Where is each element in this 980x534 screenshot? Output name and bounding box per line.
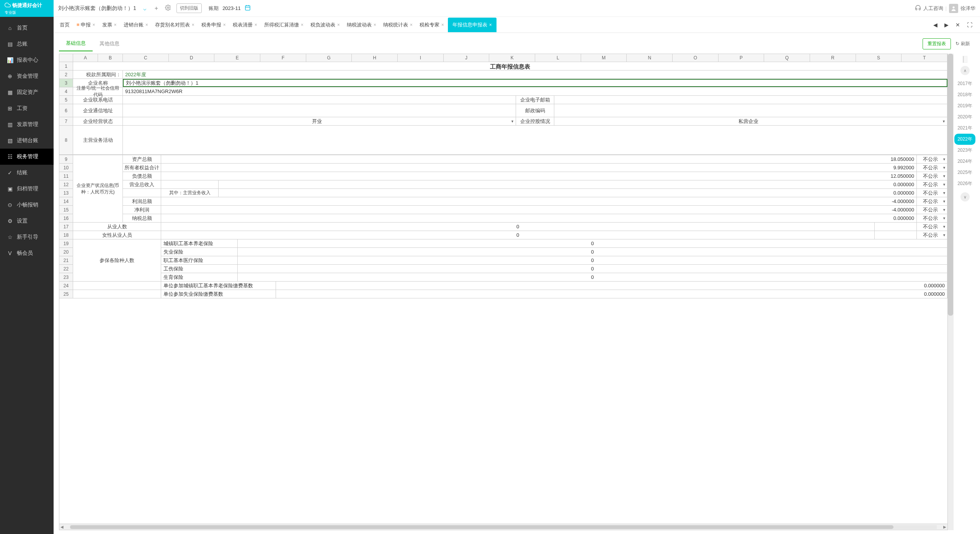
row-number[interactable]: 17	[59, 223, 73, 231]
sidebar-item-9[interactable]: ✓结账	[0, 165, 54, 181]
postal-input[interactable]	[554, 104, 947, 117]
sidebar-item-7[interactable]: ▧进销台账	[0, 133, 54, 149]
reset-report-button[interactable]: 重置报表	[923, 38, 951, 49]
fin-value[interactable]: 9.992000	[161, 164, 917, 172]
tab-close-icon[interactable]: ×	[410, 22, 413, 28]
col-header-C[interactable]: C	[123, 54, 169, 62]
tab-2[interactable]: 发票×	[99, 18, 120, 32]
tab-10[interactable]: 纳税统计表×	[380, 18, 416, 32]
row-number[interactable]: 9	[59, 155, 73, 164]
col-header-M[interactable]: M	[581, 54, 627, 62]
pub-select[interactable]: 不公示	[917, 172, 947, 180]
tab-5[interactable]: 税务申报×	[198, 18, 229, 32]
fin-value[interactable]: 18.050000	[161, 155, 917, 163]
pub-select[interactable]: 不公示	[917, 223, 947, 231]
sidebar-item-6[interactable]: ▥发票管理	[0, 116, 54, 133]
tab-6[interactable]: 税表清册×	[230, 18, 260, 32]
row-number[interactable]: 7	[59, 117, 73, 125]
tab-11[interactable]: 税检专家×	[416, 18, 447, 32]
fullscreen-icon[interactable]: ⛶	[964, 20, 975, 30]
year-2024年[interactable]: 2024年	[954, 156, 975, 167]
pub-select[interactable]: 不公示	[917, 214, 947, 222]
pub-select[interactable]: 不公示	[917, 164, 947, 172]
subtab-basic[interactable]: 基础信息	[59, 36, 93, 51]
row-number[interactable]: 14	[59, 197, 73, 206]
fin-value[interactable]: 0.000000	[161, 214, 917, 222]
row-number[interactable]: 6	[59, 104, 73, 117]
year-2022年[interactable]: 2022年	[954, 134, 975, 145]
status-select[interactable]: 开业	[123, 117, 516, 125]
tab-1[interactable]: ≡申报×	[74, 18, 98, 32]
settings-icon[interactable]	[163, 5, 173, 12]
avatar[interactable]	[949, 4, 958, 13]
sidebar-item-2[interactable]: 📊报表中心	[0, 52, 54, 68]
row-number[interactable]: 23	[59, 273, 73, 282]
sidebar-item-11[interactable]: ⊙小畅报销	[0, 197, 54, 213]
col-header-B[interactable]: B	[98, 54, 123, 62]
col-header-E[interactable]: E	[214, 54, 260, 62]
tab-close-icon[interactable]: ×	[93, 22, 95, 28]
base-row-value[interactable]: 0.000000	[276, 282, 947, 290]
calendar-icon[interactable]	[245, 5, 251, 12]
col-header-Q[interactable]: Q	[764, 54, 810, 62]
fin-value[interactable]: -4.000000	[161, 206, 917, 214]
row-number[interactable]: 20	[59, 248, 73, 256]
base-row-value[interactable]: 0.000000	[276, 290, 947, 298]
pub-select[interactable]: 不公示	[917, 180, 947, 188]
col-header-R[interactable]: R	[810, 54, 856, 62]
tab-close-icon[interactable]: ×	[337, 22, 340, 28]
col-header-T[interactable]: T	[902, 54, 947, 62]
row-number[interactable]: 3	[59, 79, 73, 87]
pub-select[interactable]: 不公示	[917, 231, 947, 239]
col-header-O[interactable]: O	[673, 54, 719, 62]
year-2019年[interactable]: 2019年	[954, 100, 975, 111]
row-number[interactable]: 12	[59, 180, 73, 189]
headset-icon[interactable]	[915, 5, 921, 12]
tab-12[interactable]: 年报信息申报表×	[448, 18, 497, 32]
sidebar-item-0[interactable]: ⌂首页	[0, 20, 54, 36]
year-2023年[interactable]: 2023年	[954, 145, 975, 156]
col-header-F[interactable]: F	[260, 54, 306, 62]
fin-sub-value[interactable]: 0.000000	[219, 189, 917, 197]
tab-3[interactable]: 进销台账×	[121, 18, 151, 32]
sidebar-item-3[interactable]: ⊕资金管理	[0, 68, 54, 84]
col-header-H[interactable]: H	[352, 54, 398, 62]
row-number[interactable]: 13	[59, 189, 73, 197]
sidebar-item-8[interactable]: ☷税务管理	[0, 149, 54, 165]
subtab-other[interactable]: 其他信息	[93, 36, 126, 51]
tab-close-icon[interactable]: ×	[374, 22, 376, 28]
phone-input[interactable]	[123, 96, 516, 104]
col-header-L[interactable]: L	[535, 54, 581, 62]
col-header-G[interactable]: G	[306, 54, 352, 62]
tab-close-icon[interactable]: ×	[223, 22, 226, 28]
company-input[interactable]: 刘小艳演示账套（勿删勿动！）1	[123, 79, 947, 87]
col-header-I[interactable]: I	[398, 54, 444, 62]
ins-row-value[interactable]: 0	[238, 248, 947, 256]
col-header-K[interactable]: K	[489, 54, 535, 62]
year-2025年[interactable]: 2025年	[954, 167, 975, 178]
row-number[interactable]: 11	[59, 172, 73, 180]
year-down-icon[interactable]: ∨	[960, 192, 970, 201]
year-2018年[interactable]: 2018年	[954, 89, 975, 100]
tab-close-icon[interactable]: ×	[192, 22, 194, 28]
tab-7[interactable]: 所得税汇算清缴×	[261, 18, 307, 32]
sidebar-item-12[interactable]: ⚙设置	[0, 213, 54, 229]
col-header-D[interactable]: D	[169, 54, 215, 62]
employees-value[interactable]: 0	[161, 223, 875, 231]
row-number[interactable]: 5	[59, 96, 73, 104]
row-number[interactable]: 25	[59, 290, 73, 298]
ins-row-value[interactable]: 0	[238, 256, 947, 264]
addr-input[interactable]	[123, 104, 516, 117]
sidebar-item-14[interactable]: V畅会员	[0, 245, 54, 261]
pub-select[interactable]: 不公示	[917, 206, 947, 214]
consult-link[interactable]: 人工咨询	[923, 5, 943, 12]
add-account-button[interactable]: +	[153, 5, 160, 12]
tab-8[interactable]: 税负波动表×	[307, 18, 343, 32]
col-header-A[interactable]: A	[73, 54, 98, 62]
sidebar-item-10[interactable]: ▣归档管理	[0, 181, 54, 197]
year-2020年[interactable]: 2020年	[954, 111, 975, 123]
fin-value[interactable]: -4.000000	[161, 197, 917, 205]
sidebar-item-13[interactable]: ☆新手引导	[0, 229, 54, 245]
tab-0[interactable]: 首页	[58, 18, 73, 32]
tab-close-icon[interactable]: ×	[441, 22, 444, 28]
